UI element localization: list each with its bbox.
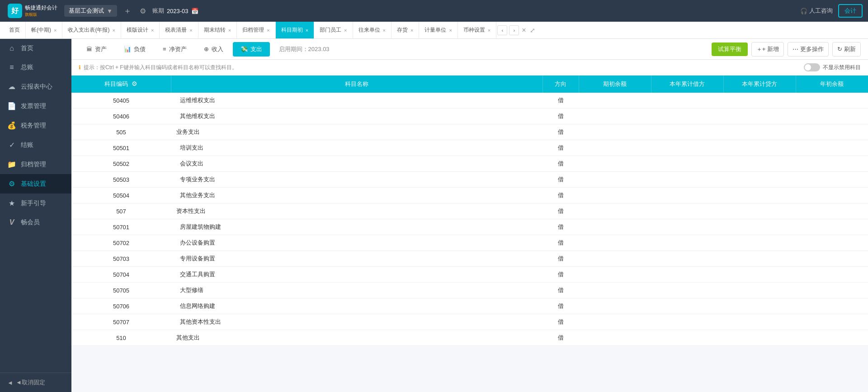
- close-icon[interactable]: ×: [449, 28, 452, 33]
- close-all-tabs-button[interactable]: ×: [522, 26, 526, 34]
- subtab-equity[interactable]: ≡ 净资产: [155, 42, 194, 57]
- sidebar-tax-label: 税务管理: [21, 122, 46, 130]
- table-row[interactable]: 50703 专用设备购置 借: [71, 251, 868, 267]
- calendar-icon[interactable]: 📅: [191, 8, 198, 14]
- tab-subject-init[interactable]: 科目期初 ×: [276, 22, 314, 39]
- tip-text: 提示：按Ctrl + F键并输入科目编码或者科目名称可以查找科目。: [84, 64, 237, 71]
- table-row[interactable]: 50501 培训支出 借: [71, 140, 868, 156]
- tab-archive[interactable]: 归档管理 ×: [237, 22, 275, 39]
- table-row[interactable]: 50705 大型修缮 借: [71, 283, 868, 298]
- close-icon[interactable]: ×: [267, 28, 269, 33]
- table-row[interactable]: 505 业务支出 借: [71, 124, 868, 140]
- tab-unit[interactable]: 计量单位 ×: [419, 22, 458, 39]
- table-row[interactable]: 50706 信息网络购建 借: [71, 298, 868, 314]
- project-selector[interactable]: 基层工会测试 ▼: [64, 5, 117, 17]
- close-icon[interactable]: ×: [189, 28, 192, 33]
- table-row[interactable]: 50503 专项业务支出 借: [71, 172, 868, 188]
- table-row[interactable]: 50707 其他资本性支出 借: [71, 314, 868, 330]
- subtab-expense[interactable]: 💸 支出: [233, 42, 270, 57]
- expand-icon[interactable]: ⤢: [530, 27, 535, 34]
- table-row[interactable]: 510 其他支出 借: [71, 330, 868, 346]
- sidebar-item-settings[interactable]: ⚙ 基础设置: [0, 174, 71, 194]
- cell-direction: 借: [542, 140, 579, 156]
- sidebar-item-reports[interactable]: ☁ 云报表中心: [0, 77, 71, 96]
- cell-opening: [579, 93, 651, 109]
- balance-button[interactable]: 试算平衡: [712, 43, 748, 56]
- table-row[interactable]: 50704 交通工具购置 借: [71, 267, 868, 283]
- cell-ytd-credit: [723, 124, 796, 140]
- more-actions-button[interactable]: ⋯ 更多操作: [788, 42, 829, 57]
- table-row[interactable]: 50405 运维维权支出 借: [71, 93, 868, 109]
- cell-ytd-debit: [651, 109, 723, 124]
- settings-icon[interactable]: ⚙: [138, 5, 148, 17]
- sidebar-item-tax[interactable]: 💰 税务管理: [0, 116, 71, 135]
- tax-icon: 💰: [7, 121, 16, 130]
- table-row[interactable]: 50406 其他维权支出 借: [71, 109, 868, 124]
- close-icon[interactable]: ×: [488, 28, 491, 33]
- cell-opening: [579, 235, 651, 251]
- subtab-equity-label: 净资产: [169, 45, 187, 53]
- table-row[interactable]: 50701 房屋建筑物购建 借: [71, 219, 868, 235]
- sidebar-item-invoice[interactable]: 📄 发票管理: [0, 96, 71, 116]
- table-row[interactable]: 50504 其他业务支出 借: [71, 188, 868, 203]
- period-area: 账期 2023-03 📅: [152, 7, 198, 15]
- sidebar-item-home[interactable]: ⌂ 首页: [0, 39, 71, 58]
- pin-label: ◄取消固定: [16, 378, 45, 387]
- cell-code: 50703: [71, 251, 171, 267]
- tab-home[interactable]: 首页: [4, 22, 26, 39]
- pin-toggle-button[interactable]: ◄ ◄取消固定: [0, 373, 71, 392]
- guide-icon: ★: [7, 199, 16, 208]
- add-button[interactable]: ＋ + 新增: [751, 42, 784, 57]
- subtab-income[interactable]: ⊕ 收入: [196, 42, 231, 57]
- tab-tax-label: 税表清册: [165, 26, 187, 34]
- tab-annual-report[interactable]: 收入支出表(年报) ×: [62, 22, 121, 39]
- sidebar-item-guide[interactable]: ★ 新手引导: [0, 194, 71, 213]
- sidebar-item-ledger[interactable]: ≡ 总账: [0, 58, 71, 77]
- info-icon: ℹ: [79, 64, 81, 71]
- disabled-toggle[interactable]: [804, 63, 820, 71]
- tab-prev-button[interactable]: ‹: [497, 25, 507, 35]
- subtab-assets[interactable]: 🏛 资产: [79, 42, 114, 57]
- table-row[interactable]: 50502 会议支出 借: [71, 156, 868, 172]
- sidebar-item-checkout[interactable]: ✓ 结账: [0, 135, 71, 155]
- cell-ytd-debit: [651, 314, 723, 330]
- column-settings-icon[interactable]: ⚙: [132, 80, 137, 87]
- cell-name: 办公设备购置: [171, 235, 542, 251]
- sidebar-archive-label: 归档管理: [21, 161, 46, 169]
- cell-opening: [579, 298, 651, 314]
- tab-contacts[interactable]: 往来单位 ×: [353, 22, 392, 39]
- tab-period-label: 帐(中期): [31, 26, 51, 34]
- add-project-button[interactable]: ＋: [122, 4, 133, 18]
- tab-next-button[interactable]: ›: [509, 25, 519, 35]
- tab-inventory[interactable]: 存货 ×: [392, 22, 419, 39]
- close-icon[interactable]: ×: [151, 28, 154, 33]
- tab-dept[interactable]: 部门员工 ×: [314, 22, 353, 39]
- tab-tax-table[interactable]: 税表清册 ×: [160, 22, 198, 39]
- ai-consult-button[interactable]: 🎧 人工咨询: [800, 7, 833, 15]
- sidebar-item-member[interactable]: V 畅会员: [0, 213, 71, 232]
- close-icon[interactable]: ×: [306, 28, 308, 33]
- sidebar-settings-label: 基础设置: [21, 180, 46, 188]
- table-row[interactable]: 50702 办公设备购置 借: [71, 235, 868, 251]
- cell-code: 50503: [71, 172, 171, 188]
- close-icon[interactable]: ×: [228, 28, 231, 33]
- table-row[interactable]: 507 资本性支出 借: [71, 203, 868, 219]
- sidebar-item-archive[interactable]: 📁 归档管理: [0, 155, 71, 174]
- close-icon[interactable]: ×: [410, 28, 413, 33]
- close-icon[interactable]: ×: [344, 28, 347, 33]
- refresh-button[interactable]: ↻ 刷新: [832, 42, 861, 57]
- tab-currency[interactable]: 币种设置 ×: [458, 22, 496, 39]
- close-icon[interactable]: ×: [383, 28, 386, 33]
- tab-template[interactable]: 模版设计 ×: [121, 22, 160, 39]
- account-button[interactable]: 会计: [838, 4, 863, 18]
- cell-ytd-balance: [796, 314, 868, 330]
- refresh-icon: ↻: [837, 46, 842, 52]
- cell-code: 50501: [71, 140, 171, 156]
- cell-direction: 借: [542, 314, 579, 330]
- cell-direction: 借: [542, 283, 579, 298]
- close-icon[interactable]: ×: [112, 28, 115, 33]
- close-icon[interactable]: ×: [54, 28, 57, 33]
- tab-period[interactable]: 帐(中期) ×: [26, 22, 62, 39]
- tab-period-end[interactable]: 期末结转 ×: [198, 22, 237, 39]
- subtab-liability[interactable]: 📊 负债: [116, 42, 153, 57]
